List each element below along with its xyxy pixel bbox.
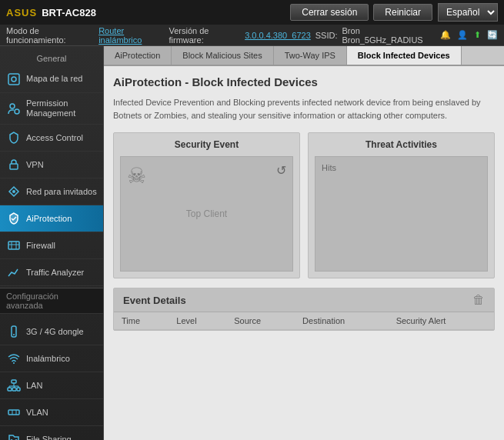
permission-icon [6,101,22,116]
sidebar-label-permission: Permission Management [26,98,97,118]
sidebar-label-aiprotection: AiProtection [26,214,72,224]
security-event-inner: ☠ ↺ Top Client [120,156,293,272]
ssid-value: Bron Bron_5GHz_RADIUS [342,26,436,45]
top-bar: ASUS BRT-AC828 Cerrar sesión Reiniciar E… [0,0,504,25]
firewall-icon [6,238,22,253]
security-event-chart: Security Event ☠ ↺ Top Client [113,132,300,278]
svg-point-2 [10,104,15,108]
sidebar-item-mapa-red[interactable]: Mapa de la red [0,66,103,93]
sidebar-label-firewall: Firewall [26,241,55,251]
map-icon [6,72,22,87]
aiprotection-icon [6,211,22,226]
tab-aiprotection[interactable]: AiProtection [104,46,172,65]
tab-block-infected[interactable]: Block Infected Devices [347,46,462,65]
sidebar-item-firewall[interactable]: Firewall [0,232,103,259]
top-client-label: Top Client [186,208,227,219]
security-event-title: Security Event [120,139,293,150]
sidebar-item-vlan[interactable]: VLAN [0,399,103,426]
sidebar-label-vlan: VLAN [26,408,48,418]
hits-label: Hits [322,163,336,172]
tabs: AiProtection Block Malicious Sites Two-W… [104,46,504,66]
refresh-chart-icon[interactable]: ↺ [276,163,286,178]
logo-area: ASUS BRT-AC828 [6,7,96,18]
svg-rect-15 [12,388,16,391]
sidebar-label-traffic-analyzer: Traffic Analyzer [26,268,84,278]
vlan-icon [6,405,22,420]
tab-two-way-ips[interactable]: Two-Way IPS [274,46,347,65]
file-sharing-icon [6,432,22,440]
status-bar: Modo de funcionamiento: Router inalámbri… [0,25,504,46]
sidebar-item-3g-dongle[interactable]: 3G / 4G dongle [0,318,103,345]
sidebar-item-lan[interactable]: LAN [0,372,103,399]
sidebar-item-aiprotection[interactable]: AiProtection [0,205,103,232]
svg-rect-16 [17,388,20,391]
language-select[interactable]: Español [438,3,498,22]
skull-icon: ☠ [127,163,146,188]
svg-rect-6 [8,242,19,249]
restart-button[interactable]: Reiniciar [373,4,432,21]
event-details: Event Details 🗑 Time Level Source Destin… [113,288,495,331]
trash-icon[interactable]: 🗑 [472,293,485,307]
refresh-icon: 🔄 [487,30,498,40]
ssid-label: SSID: [315,31,338,40]
svg-point-1 [12,77,16,82]
sidebar-label-inalambrico: Inalámbrico [26,354,70,364]
user-icon: 👤 [457,30,468,40]
upload-icon: ⬆ [474,30,481,40]
sidebar-item-red-invitados[interactable]: Red para invitados [0,178,103,205]
model-name: BRT-AC828 [42,7,96,18]
table-header-row: Time Level Source Destination Security A… [114,312,494,330]
sidebar-label-file-sharing: File Sharing [26,435,72,440]
logout-button[interactable]: Cerrar sesión [290,4,369,21]
page-title: AiProtection - Block Infected Devices [113,75,495,88]
svg-point-3 [15,109,19,114]
sidebar-item-vpn[interactable]: VPN [0,152,103,178]
sidebar-item-traffic-analyzer[interactable]: Traffic Analyzer [0,259,103,286]
firmware-label: Versión de firmware: [169,26,240,45]
guest-icon [6,184,22,199]
svg-point-12 [13,362,15,364]
sidebar-item-file-sharing[interactable]: File Sharing [0,426,103,440]
charts-area: Security Event ☠ ↺ Top Client Threat Act… [113,132,495,278]
mode-label: Modo de funcionamiento: [6,26,94,45]
sidebar-label-mapa-red: Mapa de la red [26,74,82,84]
event-table: Time Level Source Destination Security A… [114,312,494,330]
traffic-icon [6,265,22,280]
dongle-icon [6,324,22,339]
sidebar-advanced-header: Configuración avanzada [0,288,103,314]
content-body: AiProtection - Block Infected Devices In… [104,66,504,340]
sidebar-item-inalambrico[interactable]: Inalámbrico [0,345,103,372]
asus-logo: ASUS [6,7,37,18]
threat-activities-title: Threat Activities [315,139,488,150]
event-details-title: Event Details [123,295,186,306]
threat-activities-chart: Threat Activities Hits [308,132,495,278]
sidebar-item-permission[interactable]: Permission Management [0,93,103,125]
lan-icon [6,378,22,393]
col-time: Time [114,312,169,330]
mode-value[interactable]: Router inalámbrico [98,26,164,45]
description: Infected Device Prevention and Blocking … [113,96,495,122]
col-destination: Destination [295,312,389,330]
wireless-icon [6,351,22,366]
svg-rect-22 [8,410,19,415]
vpn-icon [6,157,22,172]
sidebar-general-section: General Mapa de la red Permission Manage… [0,46,103,288]
sidebar-label-lan: LAN [26,381,42,391]
svg-point-5 [12,190,15,193]
svg-rect-4 [10,164,18,169]
svg-rect-13 [12,380,16,383]
sidebar-label-red-invitados: Red para invitados [26,187,97,197]
col-source: Source [226,312,295,330]
main-layout: General Mapa de la red Permission Manage… [0,46,504,440]
status-icons: 🔔 👤 ⬆ 🔄 [440,30,498,40]
access-icon [6,130,22,145]
sidebar-label-3g: 3G / 4G dongle [26,327,84,337]
event-details-header: Event Details 🗑 [114,288,494,312]
sidebar-item-access-control[interactable]: Access Control [0,125,103,152]
sidebar-advanced-section: 3G / 4G dongle Inalámbrico LAN VLAN [0,314,103,440]
tab-block-malicious[interactable]: Block Malicious Sites [172,46,273,65]
firmware-value[interactable]: 3.0.0.4.380_6723 [245,31,311,40]
content-area: AiProtection Block Malicious Sites Two-W… [104,46,504,440]
bell-icon: 🔔 [440,30,451,40]
sidebar: General Mapa de la red Permission Manage… [0,46,104,440]
